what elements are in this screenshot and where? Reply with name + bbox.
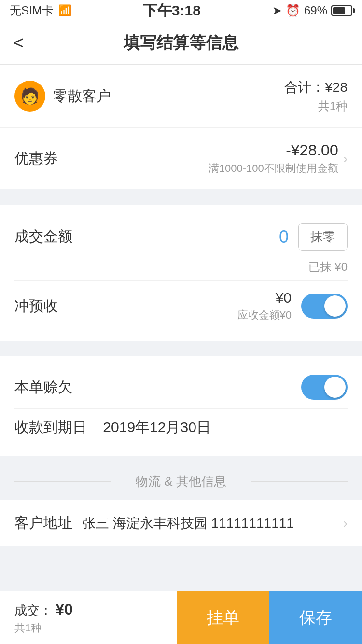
- bottom-deal-amount: ¥0: [56, 601, 73, 618]
- transaction-row: 成交金额 抹零: [14, 214, 348, 259]
- logistics-divider: 物流 & 其他信息: [0, 463, 362, 500]
- credit-label: 本单赊欠: [14, 378, 72, 397]
- transaction-input[interactable]: [250, 227, 289, 247]
- status-right: ➤ ⏰ 69%: [272, 4, 352, 17]
- coupon-row[interactable]: 优惠券 -¥28.00 满1000-100不限制使用金额 ›: [0, 127, 362, 189]
- prepayment-sub-amount: 应收金额¥0: [237, 308, 292, 322]
- total-count: 共1种: [284, 98, 348, 114]
- coupon-desc: 满1000-100不限制使用金额: [209, 161, 338, 176]
- alarm-icon: ⏰: [286, 4, 300, 17]
- bottom-bar: 成交： ¥0 共1种 挂单 保存: [0, 591, 362, 644]
- avatar: 🧑: [14, 81, 45, 112]
- credit-section: 本单赊欠 收款到期日 2019年12月30日: [0, 356, 362, 456]
- customer-name: 零散客户: [53, 86, 111, 106]
- section-divider-1: [0, 197, 362, 205]
- address-label: 客户地址: [14, 513, 72, 533]
- page-title: 填写结算等信息: [124, 32, 238, 54]
- back-button[interactable]: <: [14, 33, 24, 53]
- due-date-label: 收款到期日: [14, 419, 87, 435]
- save-button[interactable]: 保存: [269, 591, 362, 644]
- location-icon: ➤: [272, 4, 282, 17]
- hold-button[interactable]: 挂单: [177, 591, 269, 644]
- customer-card: 🧑 零散客户 合计：¥28 共1种 优惠券 -¥28.00 满1000-100不…: [0, 65, 362, 189]
- address-value: 张三 海淀永丰科技园 11111111111: [72, 514, 343, 532]
- credit-toggle[interactable]: [301, 375, 348, 400]
- coupon-label: 优惠券: [14, 149, 58, 168]
- bottom-count: 共1种: [14, 621, 162, 635]
- bottom-deal-label: 成交：: [14, 603, 52, 617]
- round-button[interactable]: 抹零: [298, 223, 348, 251]
- main-content: 🧑 零散客户 合计：¥28 共1种 优惠券 -¥28.00 满1000-100不…: [0, 65, 362, 644]
- total-amount: 合计：¥28: [284, 78, 348, 97]
- status-left: 无SIM卡 📶: [10, 3, 71, 18]
- chevron-right-icon: ›: [343, 151, 348, 167]
- battery-icon: [331, 5, 352, 16]
- coupon-value-area: -¥28.00 满1000-100不限制使用金额: [209, 141, 338, 176]
- status-bar: 无SIM卡 📶 下午3:18 ➤ ⏰ 69%: [0, 0, 362, 21]
- coupon-right: -¥28.00 满1000-100不限制使用金额 ›: [209, 141, 348, 176]
- address-chevron-icon: ›: [343, 516, 348, 531]
- due-date-row: 收款到期日 2019年12月30日: [14, 408, 348, 446]
- prepayment-right: ¥0 应收金额¥0: [237, 290, 348, 322]
- avatar-icon: 🧑: [20, 87, 40, 105]
- prepayment-amount-area: ¥0 应收金额¥0: [237, 290, 292, 322]
- logistics-label: 物流 & 其他信息: [136, 473, 226, 490]
- credit-row: 本单赊欠: [14, 366, 348, 408]
- address-section[interactable]: 客户地址 张三 海淀永丰科技园 11111111111 ›: [0, 500, 362, 546]
- customer-row: 🧑 零散客户 合计：¥28 共1种: [0, 65, 362, 127]
- credit-toggle-knob: [324, 377, 346, 398]
- prepayment-main-amount: ¥0: [237, 290, 292, 306]
- prepayment-row: 冲预收 ¥0 应收金额¥0: [14, 280, 348, 331]
- due-date-text: 收款到期日 2019年12月30日: [14, 419, 211, 435]
- customer-summary: 合计：¥28 共1种: [284, 78, 348, 114]
- customer-left: 🧑 零散客户: [14, 81, 111, 112]
- toggle-knob: [324, 295, 346, 317]
- section-divider-2: [0, 349, 362, 356]
- already-rounded-text: 已抹 ¥0: [308, 259, 348, 275]
- carrier-text: 无SIM卡: [10, 3, 54, 18]
- coupon-amount: -¥28.00: [209, 141, 338, 159]
- transaction-label: 成交金额: [14, 227, 72, 247]
- prepayment-toggle[interactable]: [301, 294, 348, 319]
- transaction-sub: 已抹 ¥0: [14, 259, 348, 280]
- status-time: 下午3:18: [143, 1, 201, 21]
- prepayment-label: 冲预收: [14, 296, 58, 316]
- transaction-section: 成交金额 抹零 已抹 ¥0 冲预收 ¥0 应收金额¥0: [0, 205, 362, 341]
- battery-percent: 69%: [304, 4, 327, 17]
- nav-bar: < 填写结算等信息: [0, 21, 362, 65]
- bottom-info: 成交： ¥0 共1种: [0, 601, 177, 635]
- transaction-right: 抹零: [250, 223, 348, 251]
- bottom-deal-row: 成交： ¥0: [14, 601, 162, 619]
- wifi-icon: 📶: [58, 4, 71, 17]
- due-date-value: 2019年12月30日: [103, 419, 210, 435]
